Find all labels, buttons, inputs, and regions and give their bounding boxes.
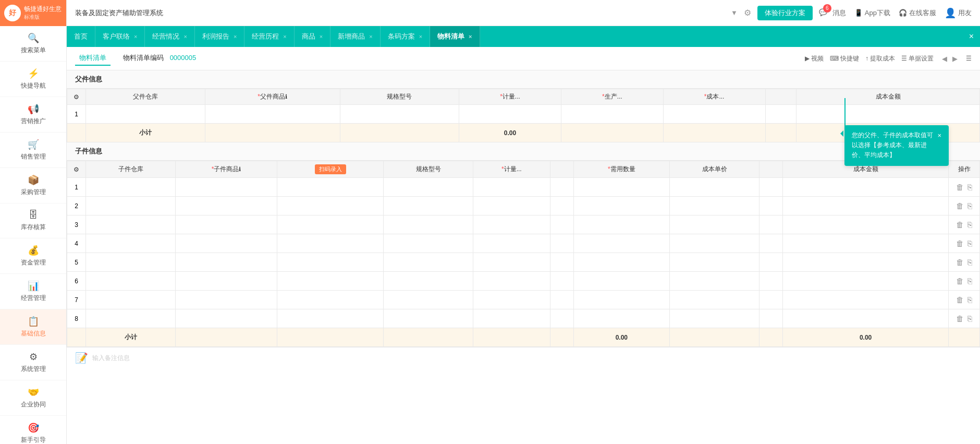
child-warehouse[interactable]	[86, 253, 176, 272]
nav-tab-条码方案[interactable]: 条码方案×	[381, 26, 430, 47]
child-needed-qty[interactable]	[573, 253, 669, 272]
tab-close-icon[interactable]: ×	[234, 33, 237, 40]
settings-icon[interactable]: ⚙	[744, 8, 751, 18]
shortcut-action[interactable]: ⌨ 快捷键	[830, 54, 859, 63]
child-qty[interactable]	[473, 291, 550, 309]
delete-icon[interactable]: 🗑	[956, 258, 964, 267]
child-warehouse[interactable]	[86, 197, 176, 215]
user-area[interactable]: 👤 用友	[945, 7, 972, 19]
sidebar-item-快捷导航[interactable]: ⚡快捷导航	[0, 62, 66, 97]
info-icon[interactable]: ℹ	[285, 93, 287, 100]
child-needed-qty[interactable]	[573, 178, 669, 197]
copy-icon[interactable]: ⎘	[967, 183, 972, 191]
child-spec[interactable]	[384, 272, 473, 291]
child-product[interactable]	[176, 178, 277, 197]
next-arrow[interactable]: ▶	[950, 54, 960, 64]
child-product[interactable]	[176, 272, 277, 291]
online-service-area[interactable]: 🎧 在线客服	[899, 8, 936, 18]
child-product[interactable]	[176, 215, 277, 234]
parent-qty-cell[interactable]	[459, 105, 561, 124]
nav-tab-商品[interactable]: 商品×	[295, 26, 330, 47]
parent-warehouse-cell[interactable]	[86, 105, 205, 124]
child-spec[interactable]	[384, 178, 473, 197]
child-warehouse[interactable]	[86, 272, 176, 291]
child-qty[interactable]	[473, 309, 550, 328]
copy-icon[interactable]: ⎘	[967, 220, 972, 229]
parent-produce-cell[interactable]	[561, 105, 663, 124]
video-action[interactable]: ▶ 视频	[805, 54, 824, 63]
nav-tab-客户联络[interactable]: 客户联络×	[95, 26, 145, 47]
child-qty[interactable]	[473, 272, 550, 291]
delete-icon[interactable]: 🗑	[956, 314, 964, 323]
sidebar-item-库存核算[interactable]: 🗄库存核算	[0, 203, 66, 238]
sidebar-item-经营管理[interactable]: 📊经营管理	[0, 274, 66, 309]
dropdown-icon[interactable]: ▼	[731, 9, 738, 17]
sidebar-item-企业协同[interactable]: 🤝企业协同	[0, 380, 66, 416]
single-settings-action[interactable]: ☰ 单据设置	[901, 54, 934, 63]
tab-close-icon[interactable]: ×	[283, 33, 286, 40]
child-product[interactable]	[176, 291, 277, 309]
sidebar-item-搜索菜单[interactable]: 🔍搜索菜单	[0, 26, 66, 62]
copy-icon[interactable]: ⎘	[967, 314, 972, 323]
child-spec[interactable]	[384, 291, 473, 309]
child-needed-qty[interactable]	[573, 197, 669, 215]
copy-icon[interactable]: ⎘	[967, 277, 972, 285]
experience-btn[interactable]: 体验行业方案	[757, 6, 813, 20]
child-needed-qty[interactable]	[573, 215, 669, 234]
message-area[interactable]: 💬 6 消息	[819, 8, 846, 18]
tab-close-icon[interactable]: ×	[369, 33, 372, 40]
delete-icon[interactable]: 🗑	[956, 201, 964, 210]
child-unit-cost[interactable]	[670, 215, 760, 234]
prev-arrow[interactable]: ◀	[940, 54, 949, 64]
copy-icon[interactable]: ⎘	[967, 258, 972, 267]
child-warehouse[interactable]	[86, 215, 176, 234]
child-needed-qty[interactable]	[573, 272, 669, 291]
child-needed-qty[interactable]	[573, 234, 669, 253]
child-needed-qty[interactable]	[573, 309, 669, 328]
delete-icon[interactable]: 🗑	[956, 277, 964, 285]
child-warehouse[interactable]	[86, 291, 176, 309]
parent-spec-cell[interactable]	[340, 105, 459, 124]
child-qty[interactable]	[473, 234, 550, 253]
child-unit-cost[interactable]	[670, 253, 760, 272]
child-unit-cost[interactable]	[670, 197, 760, 215]
subheader-tab-bill[interactable]: 物料清单	[75, 51, 111, 66]
child-unit-cost[interactable]	[670, 309, 760, 328]
tab-close-icon[interactable]: ×	[419, 33, 422, 40]
close-all-tabs[interactable]: ×	[963, 32, 980, 41]
sidebar-item-新手引导[interactable]: 🎯新手引导	[0, 416, 66, 444]
copy-icon[interactable]: ⎘	[967, 201, 972, 210]
delete-icon[interactable]: 🗑	[956, 239, 964, 248]
extract-cost-action[interactable]: ↑ 提取成本	[865, 54, 895, 63]
sidebar-item-基础信息[interactable]: 📋基础信息	[0, 309, 66, 345]
copy-icon[interactable]: ⎘	[967, 239, 972, 248]
child-spec[interactable]	[384, 309, 473, 328]
child-spec[interactable]	[384, 234, 473, 253]
child-qty[interactable]	[473, 215, 550, 234]
nav-tab-利润报告[interactable]: 利润报告×	[195, 26, 244, 47]
child-unit-cost[interactable]	[670, 234, 760, 253]
child-qty[interactable]	[473, 253, 550, 272]
tooltip-close[interactable]: ×	[937, 130, 941, 141]
child-spec[interactable]	[384, 197, 473, 215]
child-spec[interactable]	[384, 215, 473, 234]
tab-close-icon[interactable]: ×	[320, 33, 323, 40]
child-unit-cost[interactable]	[670, 291, 760, 309]
child-needed-qty[interactable]	[573, 291, 669, 309]
delete-icon[interactable]: 🗑	[956, 183, 964, 191]
menu-icon[interactable]: ☰	[966, 55, 972, 62]
copy-icon[interactable]: ⎘	[967, 295, 972, 304]
child-product[interactable]	[176, 309, 277, 328]
child-warehouse[interactable]	[86, 178, 176, 197]
child-product[interactable]	[176, 253, 277, 272]
nav-tab-经营历程[interactable]: 经营历程×	[244, 26, 294, 47]
tab-close-icon[interactable]: ×	[183, 33, 187, 40]
child-spec[interactable]	[384, 253, 473, 272]
child-product[interactable]	[176, 197, 277, 215]
child-qty[interactable]	[473, 197, 550, 215]
tab-close-icon[interactable]: ×	[469, 33, 472, 40]
nav-tab-经营情况[interactable]: 经营情况×	[145, 26, 194, 47]
app-download-area[interactable]: 📱 App下载	[854, 8, 890, 18]
parent-product-cell[interactable]	[205, 105, 340, 124]
parent-cost-cell[interactable]	[663, 105, 765, 124]
